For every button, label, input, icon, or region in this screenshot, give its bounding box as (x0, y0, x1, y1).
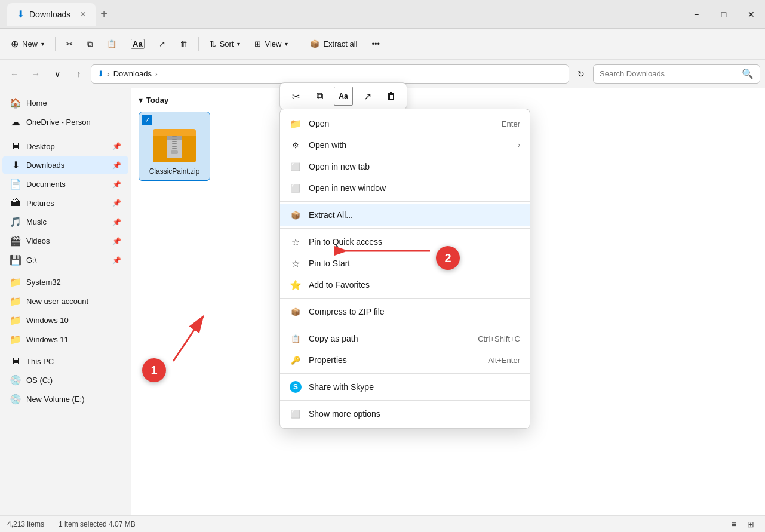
extract-all-button[interactable]: 📦 Extract all (304, 33, 363, 55)
properties-shortcut: Alt+Enter (488, 356, 520, 365)
sidebar-item-documents[interactable]: 📄 Documents 📌 (2, 175, 128, 193)
sort-icon: ⇅ (210, 39, 216, 48)
separator-2 (198, 37, 199, 51)
view-button[interactable]: ⊞ View ▾ (248, 33, 294, 55)
menu-item-copy-path[interactable]: 📋 Copy as path Ctrl+Shift+C (280, 328, 530, 349)
separator-3 (280, 298, 530, 299)
sort-button[interactable]: ⇅ Sort ▾ (204, 33, 247, 55)
win10-icon: 📁 (10, 315, 21, 326)
sidebar-item-this-pc[interactable]: 🖥 This PC (2, 352, 128, 370)
svg-rect-5 (172, 141, 177, 142)
sidebar-new-vol-label: New Volume (E:) (26, 395, 85, 404)
documents-icon: 📄 (10, 179, 21, 190)
window-controls: − □ ✕ (683, 0, 765, 29)
menu-item-add-fav[interactable]: ⭐ Add to Favorites (280, 274, 530, 296)
back-button[interactable]: ← (5, 64, 24, 84)
menu-item-properties[interactable]: 🔑 Properties Alt+Enter (280, 349, 530, 371)
toolbar: ⊕ New ▾ ✂ ⧉ 📋 Aa ↗ 🗑 ⇅ Sort ▾ ⊞ View ▾ 📦… (0, 29, 765, 60)
new-button[interactable]: ⊕ New ▾ (5, 33, 50, 55)
separator-1 (55, 37, 56, 51)
menu-item-skype[interactable]: S Share with Skype (280, 376, 530, 398)
menu-item-open[interactable]: 📁 Open Enter (280, 113, 530, 134)
file-item-classicpaint[interactable]: ✓ (139, 112, 210, 181)
pin-docs-icon: 📌 (112, 180, 121, 189)
paste-icon: 📋 (107, 39, 116, 48)
mini-cut-button[interactable]: ✂ (286, 87, 305, 106)
rename-icon: Aa (131, 39, 145, 49)
file-checkbox: ✓ (142, 115, 152, 125)
sidebar-item-win11[interactable]: 📁 Windows 11 (2, 330, 128, 349)
sort-dropdown-icon: ▾ (237, 41, 240, 47)
share-button[interactable]: ↗ (153, 33, 171, 55)
list-view-button[interactable]: ≡ (727, 517, 741, 531)
expand-button[interactable]: ∨ (48, 64, 67, 84)
menu-item-open-with[interactable]: ⚙ Open with › (280, 134, 530, 156)
skype-label: Share with Skype (309, 382, 520, 392)
new-tab-button[interactable]: + (100, 7, 107, 21)
mini-share-button[interactable]: ↗ (358, 87, 377, 106)
mini-rename-button[interactable]: Aa (334, 87, 353, 106)
forward-button[interactable]: → (26, 64, 45, 84)
win11-icon: 📁 (10, 334, 21, 345)
sidebar-item-win10[interactable]: 📁 Windows 10 (2, 311, 128, 330)
menu-item-more-options[interactable]: ⬜ Show more options (280, 403, 530, 425)
menu-item-extract-all[interactable]: 📦 Extract All... (280, 204, 530, 226)
sidebar-onedrive-label: OneDrive - Person (26, 118, 91, 127)
rename-button[interactable]: Aa (125, 33, 150, 55)
search-box[interactable]: 🔍 (593, 64, 760, 84)
more-button[interactable]: ••• (366, 33, 386, 55)
mini-copy-button[interactable]: ⧉ (310, 87, 329, 106)
sidebar-item-pictures[interactable]: 🏔 Pictures 📌 (2, 194, 128, 212)
sidebar-item-onedrive[interactable]: ☁ OneDrive - Person (2, 113, 128, 131)
view-controls: ≡ ⊞ (727, 517, 758, 531)
paste-button[interactable]: 📋 (101, 33, 122, 55)
tab-downloads[interactable]: ⬇ Downloads ✕ (7, 3, 96, 26)
menu-item-open-new-window[interactable]: ⬜ Open in new window (280, 177, 530, 199)
address-bar[interactable]: ⬇ › Downloads › (91, 64, 569, 84)
mini-delete-button[interactable]: 🗑 (382, 87, 401, 106)
copy-button[interactable]: ⧉ (81, 33, 99, 55)
sidebar-item-os-c[interactable]: 💿 OS (C:) (2, 371, 128, 389)
cut-button[interactable]: ✂ (60, 33, 79, 55)
menu-item-open-new-tab[interactable]: ⬜ Open in new tab (280, 156, 530, 177)
up-button[interactable]: ↑ (69, 64, 88, 84)
sidebar-videos-label: Videos (26, 236, 50, 245)
refresh-button[interactable]: ↻ (572, 64, 591, 84)
menu-item-compress[interactable]: 📦 Compress to ZIP file (280, 301, 530, 322)
sidebar-item-music[interactable]: 🎵 Music 📌 (2, 213, 128, 231)
menu-item-pin-start[interactable]: ☆ Pin to Start (280, 253, 530, 274)
sidebar-item-videos[interactable]: 🎬 Videos 📌 (2, 232, 128, 250)
pin-downloads-icon: 📌 (112, 161, 121, 170)
close-button[interactable]: ✕ (738, 0, 765, 29)
svg-rect-6 (172, 143, 177, 144)
sidebar-home-label: Home (26, 99, 47, 107)
sidebar-item-home[interactable]: 🏠 Home (2, 94, 128, 112)
sidebar-item-new-user[interactable]: 📁 New user account (2, 292, 128, 310)
open-new-window-label: Open in new window (309, 183, 520, 193)
desktop-icon: 🖥 (10, 141, 21, 152)
pin-icon: 📌 (112, 142, 121, 150)
sidebar-item-new-vol[interactable]: 💿 New Volume (E:) (2, 390, 128, 408)
pin-quick-icon: ☆ (290, 236, 302, 248)
search-input[interactable] (600, 69, 738, 78)
extract-all-label: Extract All... (309, 210, 520, 220)
sidebar-music-label: Music (26, 217, 47, 226)
pin-g-icon: 📌 (112, 256, 121, 265)
sidebar-item-g-drive[interactable]: 💾 G:\ 📌 (2, 251, 128, 269)
sidebar-item-downloads[interactable]: ⬇ Downloads 📌 (2, 156, 128, 174)
cut-icon: ✂ (66, 39, 73, 48)
sidebar-item-desktop[interactable]: 🖥 Desktop 📌 (2, 137, 128, 155)
extract-all-label: Extract all (323, 39, 357, 48)
minimize-button[interactable]: − (683, 0, 710, 29)
maximize-button[interactable]: □ (710, 0, 738, 29)
sidebar-item-system32[interactable]: 📁 System32 (2, 273, 128, 291)
delete-button[interactable]: 🗑 (174, 33, 193, 55)
sidebar-g-drive-label: G:\ (26, 256, 36, 265)
svg-rect-4 (172, 139, 177, 140)
tab-close-button[interactable]: ✕ (80, 10, 86, 19)
svg-rect-9 (171, 150, 178, 154)
grid-view-button[interactable]: ⊞ (744, 517, 758, 531)
sidebar-this-pc-label: This PC (26, 357, 54, 366)
add-fav-label: Add to Favorites (309, 280, 520, 290)
menu-item-pin-quick[interactable]: ☆ Pin to Quick access (280, 231, 530, 253)
